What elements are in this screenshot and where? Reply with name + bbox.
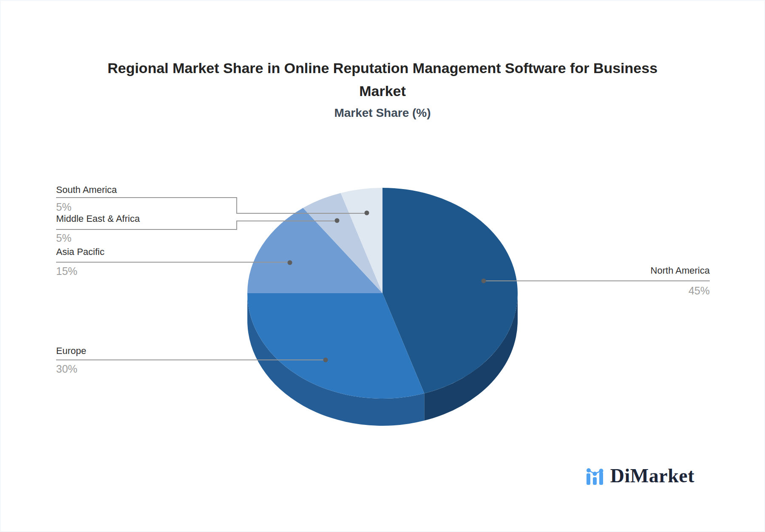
slice-label-asia-pacific: Asia Pacific — [56, 246, 105, 258]
slice-pct-europe: 30% — [56, 362, 77, 375]
connector-dot-europe — [323, 358, 328, 362]
connector-dot-south-america — [365, 211, 369, 215]
slice-pct-north-america: 45% — [688, 284, 710, 297]
slice-pct-asia-pacific: 15% — [56, 265, 77, 277]
dimarket-logo: DiMarket — [585, 466, 694, 486]
bar-chart-logo-icon — [585, 467, 605, 486]
slice-label-middle-east-africa: Middle East & Africa — [56, 212, 140, 225]
slice-label-north-america: North America — [651, 264, 710, 277]
slice-pct-middle-east-africa: 5% — [56, 232, 71, 244]
chart-page: Regional Market Share in Online Reputati… — [0, 0, 765, 532]
connector-dot-north-america — [482, 279, 486, 283]
slice-label-south-america: South America — [56, 184, 117, 196]
connector-dot-asia-pacific — [288, 260, 292, 265]
slice-label-europe: Europe — [56, 345, 86, 357]
slice-pct-south-america: 5% — [56, 201, 71, 213]
logo-text: DiMarket — [610, 466, 694, 486]
connector-dot-middle-east-africa — [335, 218, 340, 223]
